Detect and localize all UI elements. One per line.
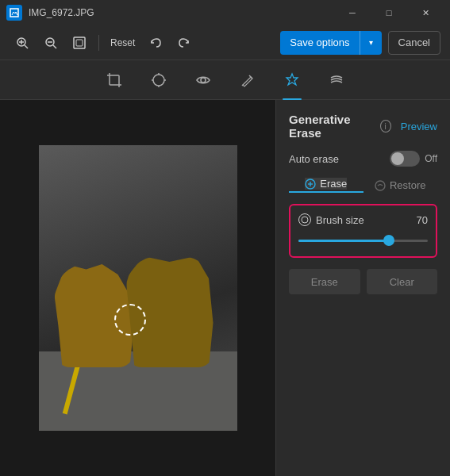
erase-tab[interactable]: Erase — [305, 178, 347, 190]
toolbar-right: Save options ▾ Cancel — [280, 31, 440, 55]
reset-button[interactable]: Reset — [106, 30, 140, 56]
brush-size-left: Brush size — [298, 213, 364, 226]
slider-thumb[interactable] — [383, 235, 394, 246]
preview-link[interactable]: Preview — [401, 121, 437, 132]
svg-rect-8 — [76, 40, 83, 46]
cancel-button[interactable]: Cancel — [388, 31, 440, 55]
brush-size-value: 70 — [417, 214, 428, 226]
right-panel: Generative Erase i Preview Auto erase Of… — [275, 100, 450, 476]
zoom-out-button[interactable] — [38, 30, 63, 56]
undo-button[interactable] — [143, 30, 168, 56]
svg-rect-7 — [74, 37, 85, 48]
slider-fill — [298, 240, 389, 242]
brush-size-section: Brush size 70 — [289, 204, 437, 258]
svg-point-25 — [375, 181, 385, 190]
toolbar: Reset Save options ▾ Cancel — [0, 25, 450, 60]
clear-button[interactable]: Clear — [367, 269, 438, 294]
toggle-state-label: Off — [425, 153, 437, 164]
auto-erase-label: Auto erase — [289, 153, 339, 165]
brush-size-row: Brush size 70 — [298, 213, 428, 226]
action-buttons: Erase Clear — [289, 269, 437, 294]
erase-brush-indicator — [114, 304, 146, 336]
adjust-tool[interactable] — [144, 66, 173, 94]
info-icon[interactable]: i — [380, 120, 391, 132]
erase-tab-underline — [289, 191, 363, 193]
svg-rect-9 — [110, 75, 119, 85]
save-options-label: Save options — [280, 31, 359, 55]
fit-button[interactable] — [67, 30, 92, 56]
toggle-row: Off — [390, 151, 437, 167]
svg-line-1 — [25, 45, 28, 48]
save-options-chevron[interactable]: ▾ — [360, 31, 382, 55]
maximize-button[interactable]: □ — [371, 0, 407, 25]
effects-tool[interactable] — [322, 66, 351, 94]
redeye-tool[interactable] — [189, 66, 217, 94]
svg-point-14 — [153, 75, 164, 86]
erase-restore-tabs: Erase Restore — [289, 178, 437, 193]
close-button[interactable]: ✕ — [407, 0, 444, 25]
panel-title-row: Generative Erase i Preview — [289, 113, 437, 140]
window-controls: ─ □ ✕ — [334, 0, 444, 25]
window-title: IMG_6972.JPG — [29, 7, 334, 18]
auto-erase-row: Auto erase Off — [289, 151, 437, 167]
slider-track — [298, 240, 428, 242]
erase-tab-wrapper: Erase — [289, 178, 363, 193]
restore-tab-wrapper: Restore — [363, 178, 438, 193]
toolbar-separator — [98, 35, 99, 51]
restore-tab[interactable]: Restore — [375, 178, 426, 193]
generative-erase-tool[interactable] — [278, 66, 306, 94]
toolbar-left: Reset — [10, 30, 280, 56]
panel-title: Generative Erase — [289, 113, 374, 140]
redo-button[interactable] — [171, 30, 197, 56]
svg-point-19 — [201, 78, 206, 83]
save-options-button[interactable]: Save options ▾ — [280, 31, 381, 55]
title-bar: IMG_6972.JPG ─ □ ✕ — [0, 0, 450, 25]
markup-tool[interactable] — [233, 66, 262, 94]
main-content: Generative Erase i Preview Auto erase Of… — [0, 100, 450, 476]
brush-icon — [298, 213, 311, 226]
image-area[interactable] — [0, 100, 275, 476]
zoom-in-button[interactable] — [10, 30, 35, 56]
tool-icons-row — [0, 60, 450, 100]
erase-button[interactable]: Erase — [289, 269, 360, 294]
toggle-knob — [391, 152, 404, 165]
brush-size-label: Brush size — [316, 214, 364, 226]
photo-background — [39, 145, 237, 431]
svg-line-5 — [53, 45, 56, 48]
svg-point-26 — [302, 217, 308, 223]
svg-line-21 — [242, 85, 243, 86]
app-icon — [6, 5, 22, 21]
crop-tool[interactable] — [100, 66, 129, 94]
photo-container — [39, 145, 237, 431]
brush-size-slider[interactable] — [298, 234, 428, 247]
minimize-button[interactable]: ─ — [334, 0, 371, 25]
auto-erase-toggle[interactable] — [390, 151, 420, 167]
